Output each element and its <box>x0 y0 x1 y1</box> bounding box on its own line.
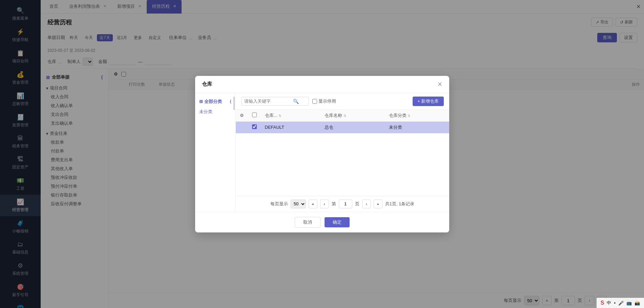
modal-title: 仓库 <box>202 81 212 87</box>
modal-next-btn[interactable]: › <box>362 200 371 208</box>
taskbar-brand: S <box>601 300 604 306</box>
modal-toolbar: 🔍 显示停用 + 新增仓库 <box>236 93 449 110</box>
taskbar-screen[interactable]: 📺 <box>626 301 632 306</box>
modal-table: ⚙ 仓库... ⇅ 仓库名称 ⇅ <box>236 110 449 134</box>
modal-footer: 取消 确定 <box>195 212 449 232</box>
modal-left-panel: ⊞ 全部分类 ⟨ 未分类 <box>195 93 236 212</box>
modal-overlay: 仓库 ✕ ⊞ 全部分类 ⟨ 未分类 <box>0 0 644 308</box>
row-settings <box>236 121 248 133</box>
modal-left-header[interactable]: ⊞ 全部分类 ⟨ <box>195 97 235 107</box>
show-disabled-checkbox[interactable]: 显示停用 <box>312 98 336 104</box>
taskbar-text: 中 <box>607 300 611 306</box>
modal-page-size-select[interactable]: 50 <box>291 200 306 208</box>
modal-prev-btn[interactable]: ‹ <box>320 200 329 208</box>
modal-left-title: 全部分类 <box>204 99 222 105</box>
sort-code-icon: ⇅ <box>278 114 281 118</box>
modal-left-toggle[interactable]: ⟨ <box>230 99 231 104</box>
warehouse-modal: 仓库 ✕ ⊞ 全部分类 ⟨ 未分类 <box>195 76 449 232</box>
col-warehouse-name[interactable]: 仓库名称 ⇅ <box>320 110 385 122</box>
row-select-checkbox[interactable] <box>252 124 257 129</box>
table-row[interactable]: DEFAULT 总仓 未分类 <box>236 121 449 133</box>
search-box: 🔍 <box>241 97 309 106</box>
modal-header: 仓库 ✕ <box>195 76 449 93</box>
row-checkbox[interactable] <box>248 121 261 133</box>
modal-close-btn[interactable]: ✕ <box>437 81 442 88</box>
modal-page-prefix: 第 <box>332 201 336 207</box>
grid-icon-modal: ⊞ <box>199 99 203 104</box>
search-input[interactable] <box>244 99 292 104</box>
taskbar-camera[interactable]: 📸 <box>635 301 640 306</box>
modal-right-panel: 🔍 显示停用 + 新增仓库 ⚙ <box>236 93 449 212</box>
show-disabled-input[interactable] <box>312 99 317 104</box>
confirm-button[interactable]: 确定 <box>325 217 350 227</box>
add-warehouse-btn[interactable]: + 新增仓库 <box>413 97 443 106</box>
row-category: 未分类 <box>385 121 449 133</box>
modal-pagination: 每页显示 50 « ‹ 第 页 › » 共1页, 1条记录 <box>236 196 449 212</box>
col-checkbox[interactable] <box>248 110 261 122</box>
col-settings[interactable]: ⚙ <box>236 110 248 122</box>
col-warehouse-category[interactable]: 仓库分类 ⇅ <box>385 110 449 122</box>
search-icon: 🔍 <box>293 99 299 104</box>
taskbar-dot: • <box>614 301 616 306</box>
modal-select-all[interactable] <box>252 112 257 117</box>
sort-category-icon: ⇅ <box>408 114 410 118</box>
modal-page-input[interactable] <box>339 200 352 208</box>
sort-name-icon: ⇅ <box>344 114 346 118</box>
row-code: DEFAULT <box>261 121 321 133</box>
modal-left-item-uncategorized[interactable]: 未分类 <box>195 107 235 117</box>
left-panel-scrollbar <box>233 97 235 110</box>
modal-table-body: DEFAULT 总仓 未分类 <box>236 121 449 133</box>
modal-total: 共1页, 1条记录 <box>385 201 415 207</box>
row-name: 总仓 <box>320 121 385 133</box>
modal-table-container: ⚙ 仓库... ⇅ 仓库名称 ⇅ <box>236 110 449 196</box>
cancel-button[interactable]: 取消 <box>295 217 320 228</box>
modal-last-btn[interactable]: » <box>374 200 382 208</box>
taskbar: S 中 • 🎤 📺 📸 <box>597 298 644 308</box>
col-warehouse-code[interactable]: 仓库... ⇅ <box>261 110 321 122</box>
modal-body: ⊞ 全部分类 ⟨ 未分类 🔍 显示停用 <box>195 93 449 212</box>
modal-per-page-label: 每页显示 <box>270 201 288 207</box>
modal-page-suffix: 页 <box>355 201 359 207</box>
modal-table-head: ⚙ 仓库... ⇅ 仓库名称 ⇅ <box>236 110 449 122</box>
modal-table-header-row: ⚙ 仓库... ⇅ 仓库名称 ⇅ <box>236 110 449 122</box>
show-disabled-label: 显示停用 <box>318 98 336 104</box>
modal-first-btn[interactable]: « <box>309 200 317 208</box>
taskbar-mic[interactable]: 🎤 <box>618 301 624 306</box>
